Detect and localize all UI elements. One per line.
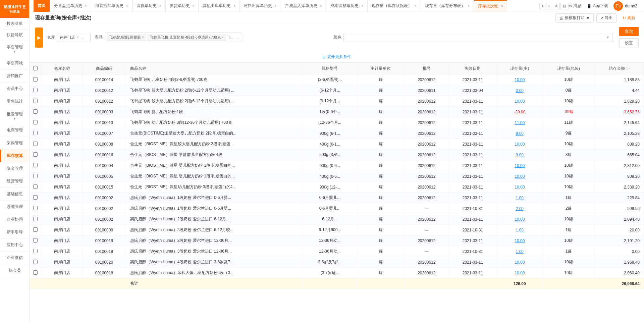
close-tab-batch-ledger[interactable]: ×	[501, 4, 503, 8]
expand-more-conditions[interactable]: ⊞ 展开更多条件	[322, 54, 351, 60]
row-qty-main[interactable]: 2.00	[497, 203, 542, 214]
row-checkbox[interactable]	[33, 131, 38, 135]
settings-button[interactable]: 设置	[619, 38, 639, 48]
sidebar-item-marketing[interactable]: 营销推广	[0, 70, 29, 83]
sidebar-item-finance[interactable]: 资金管理	[0, 162, 29, 175]
row-qty-main[interactable]: -39.00	[497, 107, 542, 117]
row-checkbox-cell[interactable]	[30, 107, 42, 117]
row-qty-main[interactable]: 10.00	[497, 139, 542, 150]
sidebar-item-ecommerce[interactable]: 电商管理	[0, 124, 29, 137]
tab-inventory-split[interactable]: 分量盘点单历史 ×	[50, 0, 91, 12]
row-checkbox-cell[interactable]	[30, 128, 42, 139]
sidebar-item-retail-shop[interactable]: 零售商城	[0, 57, 29, 70]
row-checkbox-cell[interactable]	[30, 257, 42, 268]
tab-other-out[interactable]: 其他出库单历史 ×	[199, 0, 240, 12]
row-checkbox[interactable]	[33, 238, 38, 243]
tab-stock-dist[interactable]: 现存量（库存分布表） ×	[421, 0, 474, 12]
tab-disassemble[interactable]: 组装拆卸单历史 ×	[91, 0, 132, 12]
tab-close-current[interactable]: ×	[553, 3, 560, 9]
close-tab-stock-status[interactable]: ×	[415, 4, 417, 8]
tab-product-in[interactable]: 产成品入库单历史 ×	[281, 0, 326, 12]
sidebar-item-purchase[interactable]: 采购管理	[0, 137, 29, 150]
close-tab-product-in[interactable]: ×	[320, 4, 322, 8]
user-menu[interactable]: Ea demo2	[613, 1, 637, 11]
row-qty-main[interactable]: 10.00	[497, 74, 542, 85]
tab-home[interactable]: 首页	[34, 0, 50, 12]
warehouse-input[interactable]: 南岸门店 × ...	[57, 33, 91, 42]
sidebar-item-app-center[interactable]: 应用中心	[0, 239, 29, 252]
tab-transfer[interactable]: 调拨单历史 ×	[132, 0, 166, 12]
close-tab-cost-adjust[interactable]: ×	[361, 4, 363, 8]
close-tab-stock-dist[interactable]: ×	[468, 4, 470, 8]
row-checkbox[interactable]	[33, 206, 38, 210]
close-tab-inventory-split[interactable]: ×	[85, 4, 87, 8]
row-checkbox-cell[interactable]	[30, 246, 42, 257]
row-qty-main[interactable]: 11.00	[497, 117, 542, 128]
row-checkbox-cell[interactable]	[30, 117, 42, 128]
tab-scroll-left[interactable]: ‹	[539, 3, 545, 9]
amount-info-icon[interactable]: ⓘ	[626, 66, 630, 70]
row-checkbox-cell[interactable]	[30, 85, 42, 96]
export-button[interactable]: ↗ 导出	[596, 13, 616, 22]
row-checkbox[interactable]	[33, 99, 38, 103]
row-qty-main[interactable]: 10.00	[497, 235, 542, 246]
row-qty-main[interactable]: 10.00	[497, 268, 542, 278]
row-checkbox-cell[interactable]	[30, 96, 42, 107]
template-print-button[interactable]: 🖨 按模板打印 ▼	[555, 13, 594, 22]
remove-product-tag-2[interactable]: ×	[222, 36, 224, 39]
sidebar-item-wholesale[interactable]: 批发管理 ▼	[0, 108, 29, 124]
row-qty-main[interactable]: 1.00	[497, 246, 542, 257]
row-checkbox[interactable]	[33, 120, 38, 124]
sidebar-item-vip-member[interactable]: 畅会员	[0, 264, 29, 277]
tab-batch-ledger[interactable]: 库存批次账 ×	[474, 0, 507, 12]
sidebar-item-basic[interactable]: 基础信息	[0, 188, 29, 201]
sidebar-item-inventory[interactable]: 库存核算	[0, 150, 29, 162]
close-tab-other-out[interactable]: ×	[233, 4, 235, 8]
row-checkbox-cell[interactable]	[30, 235, 42, 246]
product-input[interactable]: 飞鹤奶粉3段两提装 × 飞鹤星飞帆 儿童奶粉 4段(3-6岁适用) 700克 ×…	[105, 33, 242, 42]
row-checkbox-cell[interactable]	[30, 193, 42, 203]
row-checkbox-cell[interactable]	[30, 150, 42, 160]
row-checkbox-cell[interactable]	[30, 268, 42, 278]
row-checkbox-cell[interactable]	[30, 74, 42, 85]
sidebar-quicknav-section[interactable]: 快捷导航	[0, 30, 29, 41]
row-qty-main[interactable]: 10.00	[497, 257, 542, 268]
close-tab-transfer[interactable]: ×	[159, 4, 161, 8]
remove-product-tag-1[interactable]: ×	[142, 36, 144, 39]
sidebar-item-retail[interactable]: 零售管理 ▼	[0, 41, 29, 57]
row-checkbox[interactable]	[33, 152, 38, 157]
sidebar-search-section[interactable]: 搜索菜单	[0, 18, 29, 30]
sidebar-item-operations[interactable]: 经营管理	[0, 175, 29, 188]
app-download-button[interactable]: 📱 App下载	[587, 3, 608, 9]
row-qty-main[interactable]: 10.00	[497, 214, 542, 225]
row-checkbox[interactable]	[33, 77, 38, 82]
row-checkbox-cell[interactable]	[30, 214, 42, 225]
warehouse-close-icon[interactable]: ×	[77, 36, 79, 39]
close-tab-material-out[interactable]: ×	[275, 4, 277, 8]
tab-more[interactable]: ⊡	[560, 3, 569, 9]
sidebar-item-enterprise[interactable]: 企业协同	[0, 213, 29, 226]
row-qty-main[interactable]: 10.00	[497, 160, 542, 171]
tab-cost-adjust[interactable]: 成本调整单历史 ×	[326, 0, 368, 12]
sidebar-item-enterprise-wechat[interactable]: 企业微信	[0, 252, 29, 264]
row-qty-main[interactable]: 10.00	[497, 96, 542, 107]
filter-expand-sidebar-button[interactable]: ▶	[35, 28, 43, 48]
row-checkbox[interactable]	[33, 88, 38, 92]
close-tab-requisition[interactable]: ×	[193, 4, 195, 8]
sidebar-item-system[interactable]: 系统管理	[0, 201, 29, 213]
color-input[interactable]: ▼	[343, 33, 612, 42]
tab-scroll-right[interactable]: ›	[546, 3, 552, 9]
row-qty-main[interactable]: 3.00	[497, 150, 542, 160]
row-qty-main[interactable]: 1.00	[497, 225, 542, 235]
row-checkbox[interactable]	[33, 163, 38, 167]
tab-material-out[interactable]: 材料出库单历史 ×	[240, 0, 281, 12]
row-checkbox[interactable]	[33, 249, 38, 253]
row-checkbox-cell[interactable]	[30, 182, 42, 193]
sidebar-item-member[interactable]: 会员中心	[0, 83, 29, 95]
row-checkbox-cell[interactable]	[30, 203, 42, 214]
row-checkbox[interactable]	[33, 195, 38, 200]
row-checkbox[interactable]	[33, 109, 38, 114]
row-checkbox-cell[interactable]	[30, 160, 42, 171]
row-checkbox[interactable]	[33, 227, 38, 232]
row-checkbox-cell[interactable]	[30, 139, 42, 150]
